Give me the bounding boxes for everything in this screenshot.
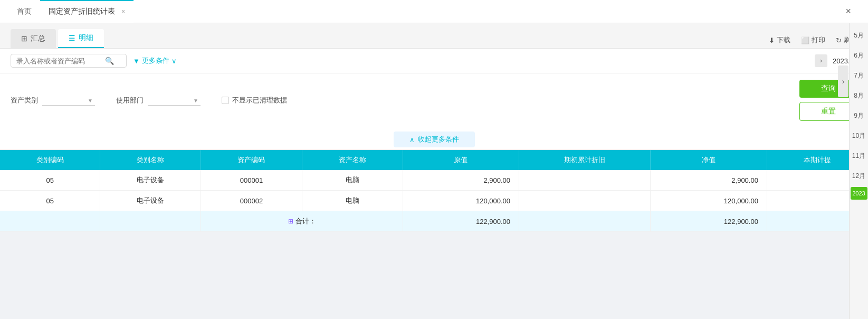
detail-label: 明细 [79,33,93,43]
table-container: 类别编码 类别名称 资产编码 资产名称 原值 期初累计折旧 净值 本期计提 05… [0,150,868,232]
assets-table: 类别编码 类别名称 资产编码 资产名称 原值 期初累计折旧 净值 本期计提 05… [0,150,868,232]
top-nav: 首页 固定资产折旧统计表 × × [0,0,868,23]
search-bar: 🔍 ▼ 更多条件 ∨ › 2023.01 [0,49,868,73]
sidebar-month-item[interactable]: 6月 [852,45,865,65]
sub-tab-actions: ⬇ 下载 ⬜ 打印 ↻ 刷新 [769,35,857,48]
total-label-text: 合计： [295,217,316,226]
collapse-label: 收起更多条件 [418,135,459,144]
total-empty-1 [0,211,100,232]
cell-net-value: 2,900.00 [651,170,767,191]
nav-home[interactable]: 首页 [8,0,40,23]
sidebar-toggle-btn[interactable]: › [838,65,848,97]
th-asset-code: 资产编码 [201,150,302,170]
print-icon: ⬜ [801,36,809,44]
search-input-wrap[interactable]: 🔍 [11,54,127,68]
cell-category-name: 电子设备 [100,170,201,191]
tab-detail[interactable]: ☰ 明细 [58,29,104,48]
sidebar-month-item[interactable]: 9月 [852,106,865,126]
asset-category-select[interactable] [42,95,95,106]
sidebar-month-item[interactable]: 7月 [852,65,865,86]
print-btn[interactable]: ⬜ 打印 [801,35,825,45]
cell-asset-name: 电脑 [302,170,403,191]
filter-icon: ▼ [133,57,140,65]
download-label: 下载 [777,35,790,45]
total-label-cell: ⊞ 合计： [201,211,403,232]
print-label: 打印 [812,35,825,45]
asset-category-select-wrap[interactable]: ▼ [42,95,95,106]
table-row: 05 电子设备 000002 电脑 120,000.00 120,000.00 [0,191,868,211]
download-icon: ⬇ [769,36,775,44]
hide-cleared-checkbox[interactable] [222,97,229,104]
collapse-icon: ∧ [409,136,415,144]
top-nav-right: × [845,6,860,17]
total-icon: ⊞ [288,218,293,225]
filter-more-btn[interactable]: ▼ 更多条件 ∨ [133,56,177,65]
chevron-down-icon: ∨ [171,57,177,65]
th-net-value: 净值 [651,150,767,170]
th-original-value: 原值 [403,150,519,170]
collapse-bar: ∧ 收起更多条件 [11,127,857,149]
total-initial-depreciation [519,211,651,232]
tab-label: 固定资产折旧统计表 [49,7,115,16]
sidebar-month-item[interactable]: 11月 [852,146,865,166]
date-nav-right-btn[interactable]: › [815,54,827,67]
nav-tab-fixed-assets: 固定资产折旧统计表 × [40,0,133,23]
th-asset-name: 资产名称 [302,150,403,170]
th-category-name: 类别名称 [100,150,201,170]
sidebar-month-item[interactable]: 8月 [852,86,865,106]
filter-row: 资产类别 ▼ 使用部门 ▼ 不显示已清理数据 查询 重置 [11,80,857,127]
right-sidebar: › 5月6月7月8月9月10月11月12月 2023 [849,23,868,319]
cell-original-value: 120,000.00 [403,191,519,211]
total-original-value: 122,900.00 [403,211,519,232]
cell-asset-code: 000001 [201,170,302,191]
filter-more-label: 更多条件 [142,56,169,65]
cell-category-code: 05 [0,170,100,191]
cell-initial-depreciation [519,170,651,191]
table-header-row: 类别编码 类别名称 资产编码 资产名称 原值 期初累计折旧 净值 本期计提 [0,150,868,170]
download-btn[interactable]: ⬇ 下载 [769,35,790,45]
month-list: 5月6月7月8月9月10月11月12月 [852,25,865,186]
th-initial-depreciation: 期初累计折旧 [519,150,651,170]
close-tab-btn[interactable]: × [121,8,125,15]
asset-category-label: 资产类别 [11,96,38,105]
sidebar-month-item[interactable]: 10月 [852,126,865,146]
tab-summary[interactable]: ⊞ 汇总 [11,29,56,48]
cell-asset-code: 000002 [201,191,302,211]
sidebar-month-item[interactable]: 5月 [852,25,865,45]
hide-cleared-label: 不显示已清理数据 [232,96,287,105]
table-row: 05 电子设备 000001 电脑 2,900.00 2,900.00 [0,170,868,191]
year-label[interactable]: 2023 [851,187,867,200]
department-select-wrap[interactable]: ▼ [148,95,201,106]
table-total-row: ⊞ 合计： 122,900.00 122,900.00 [0,211,868,232]
total-net-value: 122,900.00 [651,211,767,232]
filter-department: 使用部门 ▼ [116,95,201,106]
filter-asset-category: 资产类别 ▼ [11,95,95,106]
cell-net-value: 120,000.00 [651,191,767,211]
filter-area: 资产类别 ▼ 使用部门 ▼ 不显示已清理数据 查询 重置 [0,73,868,150]
search-input[interactable] [16,57,101,65]
summary-label: 汇总 [31,34,45,43]
filter-hide-cleared[interactable]: 不显示已清理数据 [222,96,287,105]
close-window-btn[interactable]: × [845,6,851,17]
total-empty-2 [100,211,201,232]
sidebar-month-item[interactable]: 12月 [852,166,865,186]
cell-category-code: 05 [0,191,100,211]
refresh-icon: ↻ [836,36,842,44]
cell-original-value: 2,900.00 [403,170,519,191]
sub-tab-bar: ⊞ 汇总 ☰ 明细 ⬇ 下载 ⬜ 打印 ↻ 刷新 [0,23,868,49]
collapse-btn[interactable]: ∧ 收起更多条件 [394,132,475,147]
th-category-code: 类别编码 [0,150,100,170]
cell-initial-depreciation [519,191,651,211]
department-label: 使用部门 [116,96,144,105]
detail-icon: ☰ [69,34,75,42]
department-select[interactable] [148,95,201,106]
cell-asset-name: 电脑 [302,191,403,211]
summary-icon: ⊞ [21,34,27,43]
cell-category-name: 电子设备 [100,191,201,211]
search-icon: 🔍 [105,57,114,65]
